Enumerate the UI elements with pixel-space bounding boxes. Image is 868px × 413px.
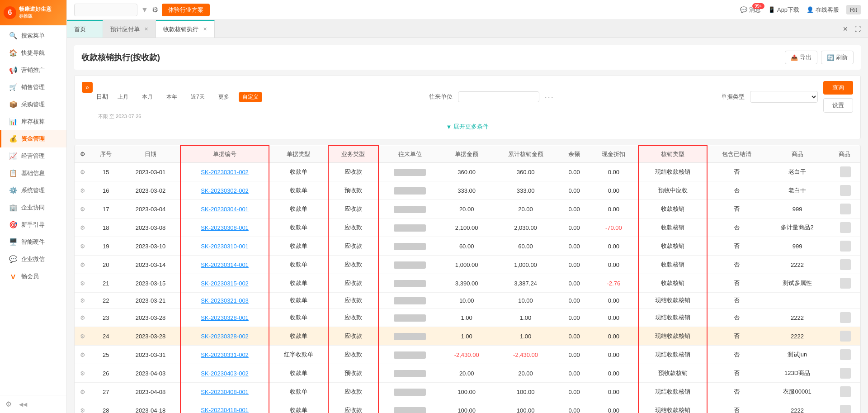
td-settings: ⚙ [75, 218, 91, 237]
export-button[interactable]: 📤 导出 [785, 51, 817, 64]
td-write-off-type: 现结收款核销 [638, 346, 707, 364]
tab-collection[interactable]: 收款核销执行 ✕ [156, 20, 215, 38]
sidebar-item-purchase[interactable]: 📦 采购管理 [0, 96, 66, 113]
tab-prepay[interactable]: 预计应付单 ✕ [103, 20, 156, 38]
bill-no-link[interactable]: SK-20230408-001 [201, 389, 249, 395]
date-more-btn[interactable]: 更多 [214, 91, 233, 103]
sidebar-item-system[interactable]: ⚙️ 系统管理 [0, 182, 66, 199]
tab-collection-close-icon[interactable]: ✕ [203, 26, 207, 32]
sidebar-item-sales[interactable]: 🛒 销售管理 [0, 79, 66, 96]
topbar-search-input[interactable] [74, 4, 137, 16]
table-wrap: ⚙ 序号 日期 单据编号 单据类型 业务类型 往来单位 单据金额 累计核销金额 … [75, 145, 860, 413]
sidebar-label-quick-nav: 快捷导航 [21, 49, 45, 57]
user-avatar[interactable]: Rit [846, 5, 861, 14]
td-bill-type: 红字收款单 [269, 346, 328, 364]
td-balance: 0.00 [559, 274, 589, 293]
th-accumulated: 累计核销金额 [492, 146, 559, 163]
td-seq: 18 [91, 218, 121, 237]
sidebar-item-search[interactable]: 🔍 搜索菜单 [0, 27, 66, 44]
sidebar-item-enterprise[interactable]: 🏢 企业协同 [0, 199, 66, 216]
counterparty-input[interactable] [458, 91, 539, 102]
tab-prepay-close-icon[interactable]: ✕ [144, 26, 148, 32]
bill-no-link[interactable]: SK-20230321-003 [201, 297, 249, 304]
solution-button[interactable]: 体验行业方案 [162, 4, 210, 16]
date-this-year-btn[interactable]: 本年 [162, 91, 181, 103]
sidebar-label-enterprise: 企业协同 [21, 204, 45, 212]
bill-no-link[interactable]: SK-20230308-001 [201, 224, 249, 231]
td-product-thumb [829, 327, 860, 346]
th-settings[interactable]: ⚙ [75, 146, 91, 163]
sidebar-label-operations: 经营管理 [21, 152, 45, 160]
bill-no-link[interactable]: SK-20230310-001 [201, 243, 249, 250]
expand-more-btn[interactable]: ▼ 展开更多条件 [82, 123, 853, 131]
sidebar-item-member[interactable]: V 畅会员 [0, 268, 66, 285]
online-service-button[interactable]: 👤 在线客服 [807, 6, 839, 14]
bill-no-link[interactable]: SK-20230328-002 [201, 333, 249, 340]
td-product-thumb [829, 256, 860, 274]
td-date: 2023-03-08 [121, 218, 180, 237]
topbar-right: 💬 消息 99+ 📱 App下载 👤 在线客服 Rit [740, 5, 861, 14]
sidebar-item-guide[interactable]: 🎯 新手引导 [0, 216, 66, 233]
td-product-thumb [829, 163, 860, 181]
table-body: ⚙ 15 2023-03-01 SK-20230301-002 收款单 应收款 … [75, 163, 860, 413]
td-include-settled: 否 [707, 401, 766, 413]
td-seq: 21 [91, 274, 121, 293]
bill-no-link[interactable]: SK-20230301-002 [201, 169, 249, 176]
bill-no-link[interactable]: SK-20230328-001 [201, 314, 249, 321]
td-balance: 0.00 [559, 181, 589, 200]
bill-no-link[interactable]: SK-20230403-002 [201, 370, 249, 377]
td-cash-discount: 0.00 [589, 364, 638, 383]
column-settings-icon[interactable]: ⚙ [80, 151, 85, 157]
bill-no-link[interactable]: SK-20230314-001 [201, 261, 249, 268]
collapse-icon[interactable]: ◀◀ [19, 401, 27, 408]
sidebar-item-operations[interactable]: 📈 经营管理 [0, 147, 66, 165]
sidebar-item-quick-nav[interactable]: 🏠 快捷导航 [0, 44, 66, 62]
tab-home[interactable]: 首页 [67, 20, 103, 38]
dropdown-arrow-icon[interactable]: ▼ [141, 6, 148, 14]
query-button[interactable]: 查询 [823, 81, 853, 95]
td-product-thumb [829, 181, 860, 200]
topbar-gear-icon[interactable]: ⚙ [152, 5, 158, 14]
filter-expand-btn[interactable]: » [82, 82, 93, 93]
date-this-month-btn[interactable]: 本月 [138, 91, 157, 103]
td-date: 2023-03-15 [121, 274, 180, 293]
td-counterparty: ████ [378, 163, 441, 181]
sidebar-item-inventory[interactable]: 📊 库存核算 [0, 113, 66, 130]
sidebar-item-finance[interactable]: 💰 资金管理 [0, 130, 66, 147]
sidebar-item-wechat[interactable]: 💬 企业微信 [0, 251, 66, 268]
tab-collection-label: 收款核销执行 [163, 25, 198, 33]
settings-bottom-icon[interactable]: ⚙ [5, 400, 12, 408]
finance-icon: 💰 [9, 135, 18, 143]
date-last-month-btn[interactable]: 上月 [113, 91, 132, 103]
td-cash-discount: -2.76 [589, 274, 638, 293]
tab-maximize-icon[interactable]: ⛶ [853, 24, 863, 34]
th-product2: 商品 [829, 146, 860, 163]
settings-button[interactable]: 设置 [823, 98, 853, 113]
bill-no-link[interactable]: SK-20230331-002 [201, 351, 249, 358]
bill-no-link[interactable]: SK-20230418-001 [201, 407, 249, 413]
bill-no-link[interactable]: SK-20230315-002 [201, 280, 249, 287]
td-settings: ⚙ [75, 163, 91, 181]
refresh-button[interactable]: 🔄 刷新 [821, 51, 854, 64]
page-header: 收款核销执行(按收款) 📤 导出 🔄 刷新 [74, 45, 861, 70]
td-seq: 16 [91, 181, 121, 200]
sidebar-item-basic[interactable]: 📋 基础信息 [0, 165, 66, 182]
sidebar-label-search: 搜索菜单 [21, 32, 45, 40]
message-button[interactable]: 💬 消息 99+ [740, 6, 761, 14]
tab-prepay-label: 预计应付单 [110, 25, 140, 33]
table-row: ⚙ 24 2023-03-28 SK-20230328-002 收款单 应收款 … [75, 327, 860, 346]
bill-no-link[interactable]: SK-20230302-002 [201, 187, 249, 194]
bill-no-link[interactable]: SK-20230304-001 [201, 206, 249, 213]
td-cash-discount: 0.00 [589, 293, 638, 309]
app-download-button[interactable]: 📱 App下载 [768, 6, 799, 14]
date-7days-btn[interactable]: 近7天 [187, 91, 209, 103]
td-bill-amount: 1.00 [441, 327, 492, 346]
sidebar-item-hardware[interactable]: 🖥️ 智能硬件 [0, 233, 66, 251]
tab-close-all-icon[interactable]: ✕ [841, 24, 850, 34]
wechat-icon: 💬 [9, 255, 18, 263]
sidebar-item-marketing[interactable]: 📢 营销推广 [0, 62, 66, 79]
bill-type-select[interactable] [750, 91, 818, 103]
date-custom-btn[interactable]: 自定义 [239, 92, 262, 102]
filter-dots[interactable]: ··· [545, 92, 554, 102]
table-row: ⚙ 21 2023-03-15 SK-20230315-002 收款单 应收款 … [75, 274, 860, 293]
